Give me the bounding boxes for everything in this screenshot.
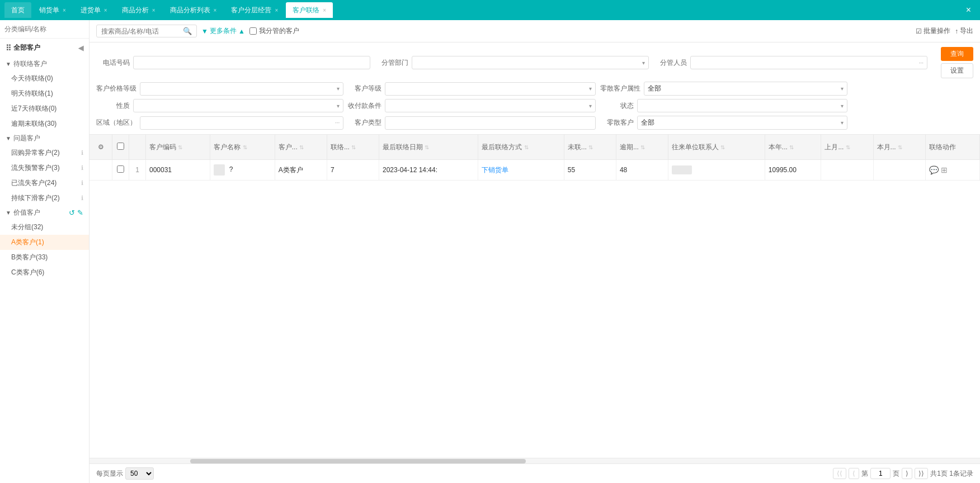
filter-retail: 零散客户 全部 ▾ [600,116,847,130]
filter-retail-select[interactable]: 全部 ▾ [637,116,847,130]
sort-code-icon[interactable]: ⇅ [178,144,182,150]
window-close[interactable]: × [962,5,976,15]
filter-customer-type: 客户类型 [348,116,595,130]
sidebar-group-pending[interactable]: ▼ 待联络客户 [0,57,89,71]
page-size-selector: 每页显示 50 100 200 [96,467,154,480]
tab-customer-contact-close[interactable]: × [323,7,326,13]
sidebar-group-value[interactable]: ▼ 价值客户 ↺ ✎ [0,206,89,220]
tab-sales[interactable]: 销货单 × [32,2,73,18]
sort-year-icon[interactable]: ⇅ [789,144,794,150]
export-label: 导出 [960,26,973,36]
settings-btn[interactable]: 设置 [941,63,973,78]
tab-goods-list-label: 商品分析列表 [170,6,210,15]
sidebar-item-churned[interactable]: 已流失客户(24) ℹ [0,176,89,191]
sort-thismonth-icon[interactable]: ⇅ [898,144,902,150]
filter-customer-type-input[interactable] [385,116,595,130]
dots-icon2: ··· [335,120,340,126]
sidebar-collapse-icon[interactable]: ◀ [78,44,83,52]
sidebar-item-class-c[interactable]: C类客户(6) [0,265,89,280]
table-settings-icon[interactable]: ⚙ [93,139,109,155]
tab-goods-analysis[interactable]: 商品分析 × [115,2,162,18]
col-code: 客户编码 ⇅ [146,135,210,160]
filter-retail-attr-select[interactable]: 全部 ▾ [644,82,847,96]
tab-customer-contact[interactable]: 客户联络 × [286,2,333,18]
export-btn[interactable]: ↑ 导出 [955,26,973,36]
sort-lastmonth-icon[interactable]: ⇅ [846,144,850,150]
query-btn[interactable]: 查询 [941,47,973,61]
filter-dept-select[interactable]: ▾ [412,56,649,69]
tab-goods-analysis-close[interactable]: × [152,7,156,13]
edit-icon[interactable]: ✎ [77,209,83,217]
more-conditions-btn[interactable]: ▼ 更多条件 ▲ [201,26,245,36]
pagination-bar: 每页显示 50 100 200 ⟨⟨ ⟨ 第 页 ⟩ ⟩⟩ 共1页 1条记录 [89,463,980,483]
sort-name-icon[interactable]: ⇅ [243,144,247,150]
chat-icon[interactable]: 💬 [929,165,939,174]
sidebar-item-declining[interactable]: 持续下滑客户(2) ℹ [0,191,89,206]
filter-search-input[interactable] [101,27,181,35]
tab-goods-list-close[interactable]: × [214,7,217,13]
tab-home[interactable]: 首页 [4,2,31,18]
qr-icon[interactable]: ⊞ [941,165,948,174]
tab-purchase-label: 进货单 [81,6,101,15]
sidebar-item-tomorrow[interactable]: 明天待联络(1) [0,86,89,101]
sidebar-search-input[interactable] [4,25,88,33]
sidebar-item-class-a[interactable]: A类客户(1) [0,235,89,250]
sort-date-icon[interactable]: ⇅ [425,144,429,150]
filter-status-select[interactable]: ▾ [637,99,847,112]
sort-type-icon[interactable]: ⇅ [299,144,304,150]
col-name: 客户名称 ⇅ [210,135,275,160]
scrollbar-thumb[interactable] [190,459,526,463]
filter-region-input[interactable]: ··· [140,116,343,130]
horizontal-scrollbar[interactable] [89,458,980,463]
my-customers-toggle[interactable]: 我分管的客户 [249,26,299,36]
tab-goods-list[interactable]: 商品分析列表 × [163,2,224,18]
sidebar-item-7days[interactable]: 近7天待联络(0) [0,101,89,116]
per-page-select[interactable]: 50 100 200 [125,467,154,480]
sidebar-group-pending-label: 待联络客户 [13,59,47,69]
refresh-icon[interactable]: ↺ [69,209,75,217]
row-name[interactable]: ? [210,160,275,181]
filter-search-icon[interactable]: 🔍 [183,27,192,35]
sidebar-root-label[interactable]: 全部客户 [13,43,40,53]
tab-customer-layer[interactable]: 客户分层经营 × [224,2,285,18]
sort-contact-icon[interactable]: ⇅ [351,144,356,150]
filter-phone-input[interactable] [133,56,370,69]
filter-retail-label: 零散客户 [600,118,634,127]
sort-nocontact-icon[interactable]: ⇅ [588,144,593,150]
info-icon4: ℹ [81,195,83,202]
sidebar-item-class-b[interactable]: B类客户(33) [0,250,89,265]
sidebar-item-unclassified[interactable]: 未分组(32) [0,220,89,235]
last-page-btn[interactable]: ⟩⟩ [915,468,928,479]
filter-payment-select[interactable]: ▾ [385,99,595,112]
filter-manager-input[interactable]: ··· [690,56,927,69]
select-all-checkbox[interactable] [117,143,124,150]
row-last-date: 2023-04-12 14:44: [379,160,478,181]
sidebar-item-overdue[interactable]: 逾期未联络(30) [0,116,89,131]
company-thumb [672,165,692,174]
sidebar-group-problem[interactable]: ▼ 问题客户 [0,131,89,145]
row-checkbox-cell [112,160,129,181]
sort-method-icon[interactable]: ⇅ [524,144,529,150]
filter-nature-select[interactable]: ▾ [133,99,343,112]
sidebar-item-churn-warning[interactable]: 流失预警客户(3) ℹ [0,160,89,176]
page-input[interactable] [870,468,891,479]
tab-purchase-close[interactable]: × [104,7,107,13]
batch-op-btn[interactable]: ☑ 批量操作 [916,26,950,36]
tab-customer-layer-close[interactable]: × [275,7,278,13]
first-page-btn[interactable]: ⟨⟨ [833,468,846,479]
top-nav: 首页 销货单 × 进货单 × 商品分析 × 商品分析列表 × 客户分层经营 × … [0,0,980,20]
filter-customer-grade-select[interactable]: ▾ [385,82,595,96]
sidebar-item-today[interactable]: 今天待联络(0) [0,71,89,86]
tab-purchase[interactable]: 进货单 × [74,2,114,18]
row-checkbox[interactable] [117,165,124,173]
prev-page-btn[interactable]: ⟨ [849,468,859,479]
filter-price-grade-select[interactable]: ▾ [140,82,343,96]
my-customers-checkbox[interactable] [249,27,257,35]
next-page-btn[interactable]: ⟩ [902,468,912,479]
sidebar-item-abnormal[interactable]: 回购异常客户(2) ℹ [0,145,89,160]
filter-region: 区域（地区） ··· [96,116,343,130]
tab-sales-close[interactable]: × [63,7,66,13]
last-method-link[interactable]: 下销货单 [482,166,508,174]
sort-company-icon[interactable]: ⇅ [720,144,725,150]
sort-overdue-icon[interactable]: ⇅ [640,144,645,150]
